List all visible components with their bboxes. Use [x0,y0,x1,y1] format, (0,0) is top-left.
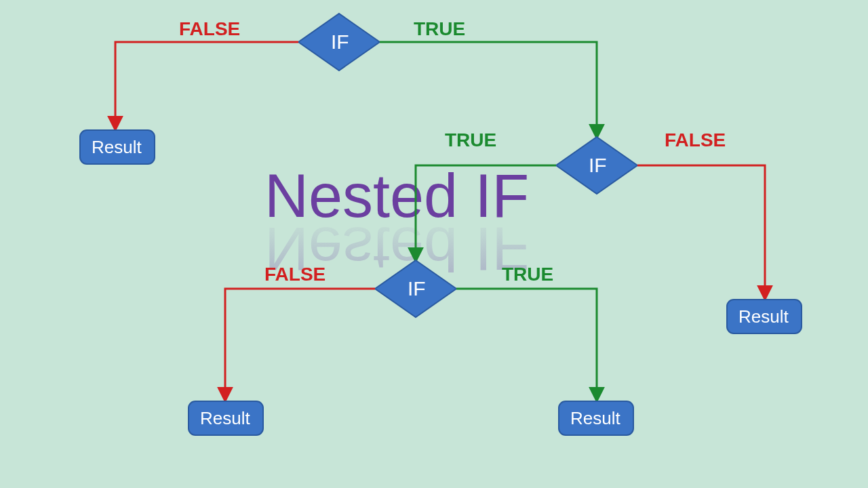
result-node-2: Result [727,300,802,333]
result-node-3: Result [189,401,263,435]
edge-if1-true [380,42,597,137]
svg-text:IF: IF [408,277,426,300]
result-node-4: Result [559,401,633,435]
label-if2-true: TRUE [445,129,496,150]
if-node-2: IF [556,137,637,194]
edge-if2-false [637,165,765,298]
label-if2-false: FALSE [665,129,726,150]
label-if3-true: TRUE [502,264,553,285]
if-node-1: IF [298,14,380,70]
edge-if1-false [115,42,298,129]
result-node-1: Result [80,130,155,164]
label-if1-false: FALSE [179,18,240,39]
svg-text:Result: Result [570,408,620,428]
nested-if-diagram: Nested IF Nested IF IF FALSE Result TRUE… [0,0,868,488]
svg-text:Result: Result [200,408,250,428]
svg-text:Result: Result [92,137,142,157]
edge-if3-false [225,289,375,400]
svg-text:Result: Result [738,306,789,327]
svg-text:IF: IF [589,154,607,176]
svg-text:IF: IF [331,30,349,53]
label-if1-true: TRUE [414,18,465,39]
label-if3-false: FALSE [264,264,326,285]
edge-if3-true [456,289,597,400]
